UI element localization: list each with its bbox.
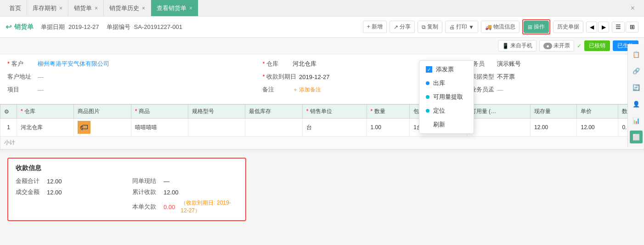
share-button[interactable]: ↗ 分享 [390,21,415,33]
history-button[interactable]: 历史单据 [553,21,583,33]
grid-icon: ⊞ [528,24,532,30]
locate-label: 定位 [433,107,445,115]
date-label: 单据日期 2019-12-27 [41,23,99,31]
col-img: 商品图片 [74,105,131,119]
panel-icon-4[interactable]: 👤 [630,97,643,110]
row-current: 12.00 [531,119,577,137]
not-invoiced-button[interactable]: ● 未开票 [539,40,574,51]
address-label: 客户地址 [7,73,35,81]
close-inventory-tab[interactable]: × [59,5,62,11]
tab-view-sales[interactable]: 查看销货单 × [151,0,198,16]
row-product: 嘻嘻嘻嘻 [131,119,188,137]
customer-value[interactable]: 柳州粤港平安气体有限公司 [38,60,109,68]
doc-header: ↩ 销货单 单据日期 2019-12-27 单据编号 SA-20191227-0… [0,17,644,38]
staff-field: 业务员 演示账号 [467,60,637,68]
form-row-2: 客户地址 — 收款到期日 2019-12-27 票据类型 不开票 [7,73,637,81]
phone-icon: 📱 [502,43,509,49]
prev-button[interactable]: ◀ [586,22,597,33]
owe-label: 本单欠款 [132,203,160,211]
payment-date-label: 收款到期日 [262,73,296,81]
outbound-item[interactable]: 出库 [419,76,474,90]
refresh-label: 刷新 [433,120,445,129]
tab-sales[interactable]: 销货单 × [68,0,104,16]
row-min-stock [245,119,302,137]
col-price: 单价 [577,105,618,119]
staff-value: 演示账号 [497,60,521,68]
truck-icon: 🚚 [485,24,492,30]
status-badge: ● [543,43,552,49]
horizontal-scrollbar[interactable] [0,149,644,153]
row-spec [188,119,245,137]
close-view-tab[interactable]: × [189,5,192,11]
col-available: 可用量 (… [467,105,530,119]
col-min-stock: 最低库存 [245,105,302,119]
close-sales-tab[interactable]: × [95,5,98,11]
print-icon: 🖨 [449,24,455,30]
copy-button[interactable]: ⧉ 复制 [418,21,442,33]
check-icon: ✓ [577,43,582,49]
table-container: ⚙ * 仓库 商品图片 * 商品 规格型号 最低库存 * 销售单位 * 数量 包… [0,104,644,153]
from-phone-button[interactable]: 📱 来自手机 [498,40,537,51]
refresh-item[interactable]: 刷新 [419,118,474,131]
doc-icon: ↩ [6,23,11,31]
close-window-button[interactable]: × [625,4,640,12]
address-field: 客户地址 — [7,73,262,81]
tab-sales-history[interactable]: 销货单历史 × [104,0,151,16]
transaction-label: 成交金额 [16,188,43,196]
products-table: ⚙ * 仓库 商品图片 * 商品 规格型号 最低库存 * 销售单位 * 数量 包… [0,104,644,149]
subtotal-label: 小计 [0,137,644,149]
tab-inventory[interactable]: 库存期初 × [27,0,68,16]
available-qty-item[interactable]: 可用量提取 [419,90,474,104]
available-qty-dot [426,95,429,99]
toolbar: + 新增 ↗ 分享 ⧉ 复制 🖨 打印 ▼ 🚚 物流信息 ⊞ 操作 [363,19,638,34]
available-qty-label: 可用量提取 [433,93,463,101]
add-invoice-item[interactable]: ✓ 添发票 [419,63,474,76]
locate-dot [426,109,429,113]
product-image: 🏷 [78,121,90,134]
col-current: 现存量 [531,105,577,119]
transaction-value: 12.00 [47,189,62,196]
col-product: * 商品 [131,105,188,119]
print-button[interactable]: 🖨 打印 ▼ [445,21,478,33]
locate-item[interactable]: 定位 [419,104,474,118]
add-invoice-label: 添发票 [436,65,454,74]
panel-icon-3[interactable]: 🔄 [630,81,643,94]
copy-icon: ⧉ [422,24,426,30]
summary-box: 收款信息 金额合计 12.00 同单现结 — 成交金额 12.00 累计收款 1… [7,158,246,221]
transaction-item: 成交金额 12.00 [16,188,121,196]
operation-dropdown: ✓ 添发票 出库 可用量提取 定位 刷新 [419,60,474,134]
project-field: 项目 — [7,85,262,94]
add-note-button[interactable]: ＋ 添加备注 [293,86,321,94]
total-item: 金额合计 12.00 [16,177,121,185]
warehouse-value: 河北仓库 [293,60,316,68]
total-value: 12.00 [47,178,62,185]
warehouse-label: 仓库 [262,60,290,68]
close-history-tab[interactable]: × [142,5,145,11]
new-button[interactable]: + 新增 [363,21,387,33]
share-icon: ↗ [394,24,398,30]
operation-button[interactable]: ⊞ 操作 [524,21,549,33]
col-spec: 规格型号 [188,105,245,119]
add-invoice-checkbox[interactable]: ✓ [426,66,432,73]
logistics-button[interactable]: 🚚 物流信息 [481,21,520,33]
next-button[interactable]: ▶ [598,22,609,33]
col-qty: * 数量 [367,105,410,119]
cumulative-label: 累计收款 [132,188,160,196]
cumulative-value: 12.00 [164,189,179,196]
list-view-button[interactable]: ☰ [612,22,625,33]
nav-arrows: ◀ ▶ [586,22,609,33]
outbound-dot [426,81,429,85]
sub-toolbar: 📱 来自手机 ● 未开票 ✓ 已核销 已生效 [0,38,644,54]
ticket-field: 票据类型 不开票 [467,73,637,81]
gear-icon[interactable]: ⚙ [4,108,9,115]
owe-note: （收款到期日: 2019-12-27） [181,199,238,215]
tab-home[interactable]: 首页 [4,0,27,16]
panel-icon-6[interactable]: ⬜ [630,131,643,143]
sold-button[interactable]: 已核销 [584,40,610,51]
panel-icon-5[interactable]: 📊 [630,114,643,127]
panel-icon-2[interactable]: 🔗 [630,64,643,77]
grid-view-button[interactable]: ⊞ [626,22,638,33]
panel-icon-1[interactable]: 📋 [630,48,643,61]
subtotal-row: 小计 [0,137,644,149]
payment-date-value: 2019-12-27 [299,74,330,80]
